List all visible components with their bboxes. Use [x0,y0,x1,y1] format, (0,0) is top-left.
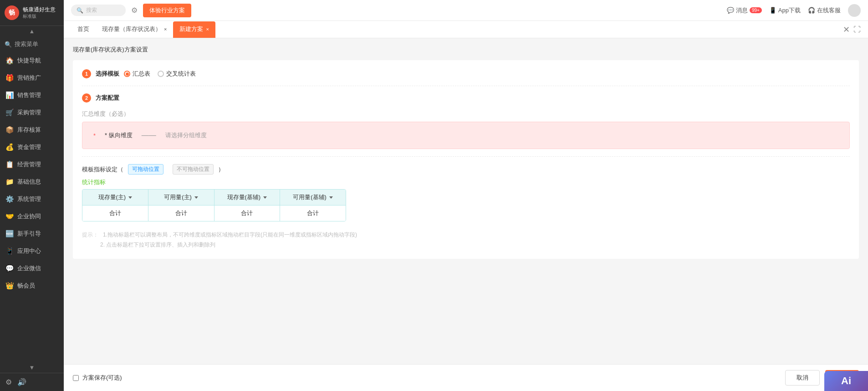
sidebar-item-finance[interactable]: 💰 资金管理 [0,139,64,156]
sidebar-item-label: 销售管理 [17,91,41,99]
radio-summary-label: 汇总表 [133,70,150,78]
settings-icon[interactable]: ⚙ [5,378,12,386]
sidebar-scroll-down[interactable]: ▼ [0,362,64,373]
sidebar-item-purchase[interactable]: 🛒 采购管理 [0,104,64,121]
divider-2 [82,156,850,157]
config-panel: 1 选择模板 汇总表 交叉统计表 2 方案配置 [73,60,859,259]
chat-icon: 💬 [5,264,14,273]
app-download-btn[interactable]: 📱 App下载 [769,6,801,15]
sidebar-search[interactable]: 🔍 搜索菜单 [0,36,64,52]
radio-summary[interactable]: 汇总表 [124,70,150,78]
money-icon: 💰 [5,143,14,151]
app-name-block: 畅康通好生意 标准版 [23,6,56,20]
tag-not-draggable: 不可拖动位置 [173,164,214,175]
metrics-row: 模板指标设定（ 可拖动位置 不可拖动位置 ） [82,164,850,175]
sidebar-item-cooperation[interactable]: 🤝 企业协同 [0,208,64,225]
stat-col-available-main[interactable]: 可用量(主) [148,190,214,205]
topbar-search[interactable]: 🔍 搜索 [71,5,126,16]
app-download-label: App下载 [778,6,801,15]
save-checkbox[interactable] [73,375,79,381]
online-service-label: 在线客服 [817,6,841,15]
sidebar-item-inventory[interactable]: 📦 库存核算 [0,121,64,139]
cancel-button[interactable]: 取消 [785,370,820,386]
topbar-gear-icon[interactable]: ⚙ [131,6,138,15]
tips-title: 提示： [82,232,102,238]
content-area: 现存量(库存状况表)方案设置 1 选择模板 汇总表 交叉统计表 [64,38,868,364]
sidebar-item-label: 快捷导航 [17,57,41,65]
ai-badge[interactable]: Ai [824,371,868,391]
tab-new-scheme[interactable]: 新建方案 × [173,21,215,38]
message-badge: 99+ [750,7,762,13]
sidebar-footer: ⚙ 🔊 [0,373,64,391]
sidebar-item-wechat[interactable]: 💬 企业微信 [0,260,64,277]
window-close-btn[interactable]: ✕ [843,25,850,35]
sidebar-item-app-center[interactable]: 📱 应用中心 [0,242,64,260]
step2-row: 2 方案配置 [82,93,850,103]
tab-new-scheme-close[interactable]: × [206,26,209,32]
required-star: * [93,132,96,139]
sidebar-item-operations[interactable]: 📋 经营管理 [0,156,64,173]
sidebar-item-member[interactable]: 👑 畅会员 [0,277,64,294]
sidebar-item-label: 新手引导 [17,230,41,238]
sidebar-item-label: 应用中心 [17,247,41,255]
stat-section-label: 统计指标 [82,178,850,186]
gift-icon: 🎁 [5,74,14,82]
vertical-dim-label: * 纵向维度 [105,131,133,139]
stat-col-current-main[interactable]: 现存量(主) [82,190,148,205]
chevron-down-icon [194,196,198,199]
topbar-right: 💬 消息 99+ 📱 App下载 🎧 在线客服 [727,4,861,17]
save-checkbox-label: 方案保存(可选) [82,374,122,382]
volume-icon[interactable]: 🔊 [17,378,26,386]
tab-home[interactable]: 首页 [71,21,96,38]
step1-row: 1 选择模板 汇总表 交叉统计表 [82,69,850,78]
sidebar-item-label: 基础信息 [17,178,41,186]
dimension-label-text: 汇总维度（必选） [82,110,129,117]
metrics-end: ） [218,165,224,174]
sidebar-item-quick-nav[interactable]: 🏠 快捷导航 [0,52,64,69]
metrics-label-text: 模板指标设定（ [82,165,123,174]
tabs-bar: 首页 现存量（库存状况表） × 新建方案 × ✕ ⛶ [64,21,868,38]
sidebar-item-label: 系统管理 [17,195,41,203]
handshake-icon: 🤝 [5,212,14,221]
chevron-down-icon [263,196,267,199]
step1-number: 1 [82,69,91,78]
stat-col-current-aux-label: 现存量(基辅) [227,193,261,201]
sidebar-scroll-up[interactable]: ▲ [0,26,64,36]
stat-summary-current-main: 合计 [82,206,148,221]
sidebar-item-label: 企业微信 [17,264,41,273]
chevron-down-icon [128,196,132,199]
radio-cross-label: 交叉统计表 [166,70,196,78]
stat-col-available-main-label: 可用量(主) [164,193,192,201]
tag-draggable: 可拖动位置 [128,164,163,175]
online-service-btn[interactable]: 🎧 在线客服 [808,6,841,15]
sidebar-item-sales[interactable]: 📊 销售管理 [0,87,64,104]
window-expand-btn[interactable]: ⛶ [853,26,861,34]
trial-btn[interactable]: 体验行业方案 [143,4,191,17]
stat-summary-available-aux: 合计 [280,206,346,221]
sidebar-item-guide[interactable]: 🆕 新手引导 [0,225,64,242]
sidebar-logo: 畅 畅康通好生意 标准版 [0,0,64,26]
sidebar-item-label: 资金管理 [17,143,41,151]
message-label: 消息 [736,6,748,15]
dimension-row[interactable]: * * 纵向维度 —— 请选择分组维度 [82,122,850,149]
step2-number: 2 [82,93,91,103]
tab-inventory-status-close[interactable]: × [164,26,167,32]
radio-cross[interactable]: 交叉统计表 [158,70,196,78]
dim-separator: —— [142,131,156,139]
box-icon: 📦 [5,126,14,134]
template-radio-group: 汇总表 交叉统计表 [124,70,196,78]
stat-col-available-aux[interactable]: 可用量(基辅) [280,190,346,205]
dim-placeholder: 请选择分组维度 [165,131,207,139]
sidebar: 畅 畅康通好生意 标准版 ▲ 🔍 搜索菜单 🏠 快捷导航 🎁 营销推广 📊 销售… [0,0,64,391]
user-avatar[interactable] [848,4,861,17]
tip-2: 2. 点击标题栏下拉可设置排序、插入列和删除列 [82,242,215,248]
chart-icon: 📊 [5,91,14,99]
sidebar-item-label: 经营管理 [17,160,41,169]
app-version: 标准版 [23,13,56,20]
tab-inventory-status[interactable]: 现存量（库存状况表） × [96,21,173,38]
sidebar-item-system[interactable]: ⚙️ 系统管理 [0,190,64,208]
stat-col-current-aux[interactable]: 现存量(基辅) [214,190,281,205]
sidebar-item-marketing[interactable]: 🎁 营销推广 [0,69,64,87]
sidebar-item-basic[interactable]: 📁 基础信息 [0,173,64,190]
message-btn[interactable]: 💬 消息 99+ [727,6,762,15]
